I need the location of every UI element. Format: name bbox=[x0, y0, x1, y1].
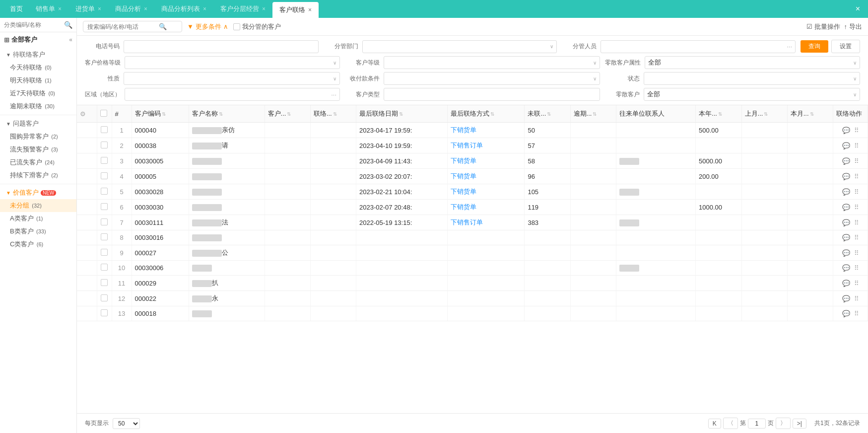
region-select[interactable]: ··· bbox=[125, 88, 340, 101]
close-window-icon[interactable]: × bbox=[852, 4, 864, 13]
last-way-link[interactable]: 下销货单 bbox=[451, 157, 476, 164]
price-level-select[interactable]: ∨ bbox=[125, 56, 340, 69]
dept-select[interactable]: ∨ bbox=[362, 40, 557, 53]
manager-select[interactable]: ··· bbox=[601, 40, 796, 53]
tab-purchase[interactable]: 进货单 × bbox=[68, 0, 108, 18]
row-checkbox[interactable] bbox=[101, 157, 108, 164]
more-icon[interactable]: ⠿ bbox=[854, 142, 859, 149]
last-way-link[interactable]: 下销售订单 bbox=[451, 218, 483, 226]
cell-name[interactable]: 扒 bbox=[189, 276, 265, 291]
chat-icon[interactable]: 💬 bbox=[842, 142, 850, 149]
th-contact[interactable]: 联络...⇅ bbox=[310, 105, 356, 123]
more-icon[interactable]: ⠿ bbox=[854, 219, 859, 226]
more-icon[interactable]: ⠿ bbox=[854, 127, 859, 134]
checkbox-icon[interactable] bbox=[233, 23, 240, 30]
cell-last-way[interactable]: 下销货单 bbox=[447, 200, 525, 215]
cell-last-way[interactable]: 下销售订单 bbox=[447, 138, 525, 153]
last-way-link[interactable]: 下销货单 bbox=[451, 203, 476, 211]
sidebar-item-ungroup[interactable]: 未分组 (32) bbox=[0, 199, 76, 212]
cell-check[interactable] bbox=[97, 184, 112, 200]
chat-icon[interactable]: 💬 bbox=[842, 188, 850, 196]
more-icon[interactable]: ⠿ bbox=[854, 234, 859, 241]
th-last-date[interactable]: 最后联络日期⇅ bbox=[356, 105, 448, 123]
sidebar-item-type-a[interactable]: A类客户 (1) bbox=[0, 212, 76, 225]
cell-last-way[interactable] bbox=[447, 245, 525, 261]
chat-icon[interactable]: 💬 bbox=[842, 234, 850, 241]
export-btn[interactable]: ↑ 导出 bbox=[844, 22, 863, 31]
cell-check[interactable] bbox=[97, 169, 112, 184]
sidebar-item-churn-warning[interactable]: 流失预警客户 (3) bbox=[0, 143, 76, 156]
search-input[interactable] bbox=[87, 23, 157, 30]
all-customers-header[interactable]: ⊞ 全部客户 « bbox=[0, 32, 76, 47]
th-last-month[interactable]: 上月...⇅ bbox=[741, 105, 787, 123]
page-number-input[interactable] bbox=[748, 419, 766, 429]
cell-name[interactable]: 请 bbox=[189, 138, 265, 153]
tab-sales[interactable]: 销售单 × bbox=[29, 0, 68, 18]
th-this-month[interactable]: 本月...⇅ bbox=[787, 105, 833, 123]
cell-check[interactable] bbox=[97, 200, 112, 215]
row-checkbox[interactable] bbox=[101, 233, 108, 240]
sidebar-item-churned[interactable]: 已流失客户 (24) bbox=[0, 156, 76, 169]
cell-name[interactable] bbox=[189, 153, 265, 169]
first-page-btn[interactable]: K bbox=[708, 419, 721, 429]
search-box[interactable]: 🔍 bbox=[83, 21, 182, 32]
customer-type-select[interactable] bbox=[384, 88, 600, 101]
prev-page-btn[interactable]: 〈 bbox=[723, 418, 738, 429]
sidebar-item-today[interactable]: 今天待联络 (0) bbox=[0, 61, 76, 74]
cell-name[interactable]: 公 bbox=[189, 245, 265, 261]
th-this-year[interactable]: 本年...⇅ bbox=[696, 105, 741, 123]
last-way-link[interactable]: 下销货单 bbox=[451, 126, 476, 134]
row-checkbox[interactable] bbox=[101, 172, 108, 179]
sidebar-item-type-c[interactable]: C类客户 (6) bbox=[0, 238, 76, 251]
cell-last-way[interactable]: 下销货单 bbox=[447, 169, 525, 184]
scattered-attr-select[interactable]: 全部 ∨ bbox=[645, 56, 860, 69]
chat-icon[interactable]: 💬 bbox=[842, 295, 850, 302]
page-size-select[interactable]: 50 100 200 bbox=[113, 418, 140, 429]
th-last-way[interactable]: 最后联络方式⇅ bbox=[447, 105, 525, 123]
sidebar-search-box[interactable]: 🔍 bbox=[0, 18, 76, 32]
last-page-btn[interactable]: >| bbox=[793, 419, 806, 429]
row-checkbox[interactable] bbox=[101, 264, 108, 271]
more-icon[interactable]: ⠿ bbox=[854, 249, 859, 257]
cell-last-way[interactable]: 下销货单 bbox=[447, 153, 525, 169]
cell-check[interactable] bbox=[97, 291, 112, 306]
batch-op-btn[interactable]: ☑ 批量操作 bbox=[806, 22, 840, 31]
row-checkbox[interactable] bbox=[101, 294, 108, 301]
my-customer-checkbox[interactable]: 我分管的客户 bbox=[233, 22, 281, 31]
row-checkbox[interactable] bbox=[101, 188, 108, 195]
th-type[interactable]: 客户...⇅ bbox=[265, 105, 310, 123]
select-all-checkbox[interactable] bbox=[100, 110, 107, 117]
cell-last-way[interactable]: 下销售订单 bbox=[447, 215, 525, 230]
th-unit-contact[interactable]: 往来单位联系人 bbox=[616, 105, 695, 123]
row-checkbox[interactable] bbox=[101, 279, 108, 286]
more-filter-btn[interactable]: ▼ 更多条件 ∧ bbox=[187, 22, 228, 31]
pending-contact-header[interactable]: ▼ 待联络客户 bbox=[0, 48, 76, 61]
chat-icon[interactable]: 💬 bbox=[842, 173, 850, 180]
row-checkbox[interactable] bbox=[101, 203, 108, 210]
last-way-link[interactable]: 下销售订单 bbox=[451, 142, 483, 149]
problem-customers-header[interactable]: ▼ 问题客户 bbox=[0, 117, 76, 130]
last-way-link[interactable]: 下销货单 bbox=[451, 172, 476, 180]
close-icon[interactable]: × bbox=[203, 5, 206, 12]
close-icon[interactable]: × bbox=[308, 6, 312, 13]
close-icon[interactable]: × bbox=[144, 5, 147, 12]
cell-name[interactable] bbox=[189, 306, 265, 321]
cell-last-way[interactable] bbox=[447, 230, 525, 245]
chat-icon[interactable]: 💬 bbox=[842, 249, 850, 257]
search-icon[interactable]: 🔍 bbox=[159, 23, 167, 30]
sidebar-item-declining[interactable]: 持续下滑客户 (2) bbox=[0, 169, 76, 182]
more-icon[interactable]: ⠿ bbox=[854, 295, 859, 302]
reset-button[interactable]: 设置 bbox=[831, 40, 860, 53]
more-icon[interactable]: ⠿ bbox=[854, 204, 859, 211]
cell-last-way[interactable] bbox=[447, 291, 525, 306]
cell-check[interactable] bbox=[97, 245, 112, 261]
cell-check[interactable] bbox=[97, 138, 112, 153]
th-overdue[interactable]: 逾期...⇅ bbox=[570, 105, 616, 123]
cell-name[interactable] bbox=[189, 261, 265, 276]
row-checkbox[interactable] bbox=[101, 249, 108, 256]
cell-last-way[interactable] bbox=[447, 306, 525, 321]
sidebar-item-abnormal[interactable]: 囤购异常客户 (2) bbox=[0, 130, 76, 143]
th-check[interactable] bbox=[97, 105, 112, 123]
more-icon[interactable]: ⠿ bbox=[854, 157, 859, 165]
th-settings[interactable]: ⚙ bbox=[77, 105, 97, 123]
